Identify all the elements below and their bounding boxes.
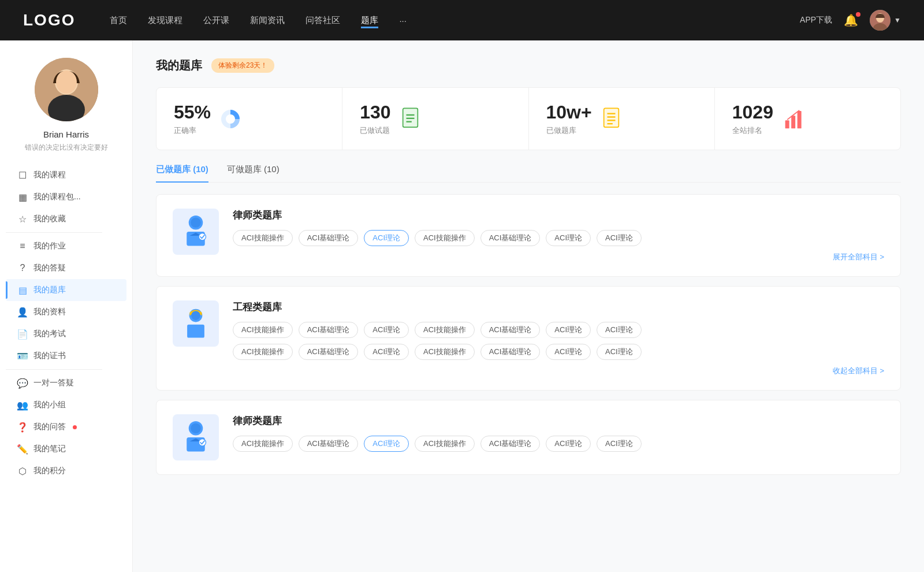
tag-1-2[interactable]: ACI基础理论 [299,230,359,246]
sidebar-item-notes[interactable]: ✏️ 我的笔记 [6,438,126,460]
nav-link-news[interactable]: 新闻资讯 [250,13,285,28]
stats-row: 55% 正确率 130 已做试题 [156,87,901,150]
tag-3-3-highlight[interactable]: ACI理论 [364,436,409,452]
user-name: Brian Harris [43,129,89,139]
notification-dot [856,12,860,17]
tag-1-4[interactable]: ACI技能操作 [415,230,475,246]
nav-link-more[interactable]: ··· [399,13,407,28]
sidebar-item-questions[interactable]: ? 我的答疑 [6,257,126,279]
sidebar-item-my-courses[interactable]: ☐ 我的课程 [6,164,126,186]
tag-2-9[interactable]: ACI基础理论 [299,344,359,360]
user-avatar-btn[interactable]: ▼ [870,10,901,31]
tab-done-banks[interactable]: 已做题库 (10) [156,164,208,182]
stat-value-accuracy: 55% [174,102,211,123]
tags-row-2b: ACI技能操作 ACI基础理论 ACI理论 ACI技能操作 ACI基础理论 AC… [233,344,884,360]
sidebar-item-certificate[interactable]: 🪪 我的证书 [6,345,126,367]
star-icon: ☆ [17,214,28,224]
divider-1 [6,232,102,233]
tag-2-13[interactable]: ACI理论 [546,344,591,360]
tag-2-8[interactable]: ACI技能操作 [233,344,293,360]
nav-logo[interactable]: LOGO [23,11,75,29]
tag-2-5[interactable]: ACI基础理论 [480,322,541,338]
sidebar-item-qbank[interactable]: ▤ 我的题库 [6,279,126,301]
sidebar-item-homework[interactable]: ≡ 我的作业 [6,235,126,257]
tag-2-6[interactable]: ACI理论 [546,322,591,338]
tags-row-2a: ACI技能操作 ACI基础理论 ACI理论 ACI技能操作 ACI基础理论 AC… [233,322,884,338]
tag-3-4[interactable]: ACI技能操作 [415,436,475,452]
tag-3-1[interactable]: ACI技能操作 [233,436,293,452]
doc-icon: ≡ [17,241,28,251]
sidebar-label-qanda: 我的问答 [33,422,66,432]
tags-row-3: ACI技能操作 ACI基础理论 ACI理论 ACI技能操作 ACI基础理论 AC… [233,436,884,452]
file-icon: ☐ [17,170,28,180]
sidebar-item-exams[interactable]: 📄 我的考试 [6,323,126,345]
tag-3-2[interactable]: ACI基础理论 [299,436,359,452]
doc-green-icon [400,107,424,131]
sidebar-label-exams: 我的考试 [33,329,66,339]
tag-2-7[interactable]: ACI理论 [597,322,642,338]
sidebar-item-points[interactable]: ⬡ 我的积分 [6,460,126,482]
app-download-btn[interactable]: APP下载 [800,15,832,25]
tab-todo-banks[interactable]: 可做题库 (10) [227,164,280,182]
tag-1-6[interactable]: ACI理论 [546,230,591,246]
stat-value-rank: 1029 [732,102,773,123]
sidebar-item-groups[interactable]: 👥 我的小组 [6,394,126,416]
chevron-down-icon: ▼ [894,16,901,24]
tag-3-5[interactable]: ACI基础理论 [480,436,541,452]
tag-3-7[interactable]: ACI理论 [597,436,642,452]
user-photo [35,58,98,121]
sidebar-item-favorites[interactable]: ☆ 我的收藏 [6,208,126,230]
sidebar-item-course-package[interactable]: ▦ 我的课程包... [6,186,126,208]
tag-2-3[interactable]: ACI理论 [364,322,409,338]
sidebar-menu: ☐ 我的课程 ▦ 我的课程包... ☆ 我的收藏 ≡ 我的作业 ? 我的答疑 ▤ [0,164,132,482]
tag-2-2[interactable]: ACI基础理论 [299,322,359,338]
tag-3-6[interactable]: ACI理论 [546,436,591,452]
svg-rect-9 [403,108,418,127]
sidebar-label-qbank: 我的题库 [33,285,66,295]
sidebar-label-groups: 我的小组 [33,400,66,410]
page-title: 我的题库 [156,58,202,73]
tag-2-10[interactable]: ACI理论 [364,344,409,360]
collapse-btn-2[interactable]: 收起全部科目 > [233,366,884,376]
question-icon: ? [17,263,28,273]
nav-link-courses[interactable]: 发现课程 [148,13,182,28]
qbank-title-1: 律师类题库 [233,209,884,222]
bar-chart-icon: ▦ [17,192,28,202]
pie-chart-icon [220,109,241,129]
main-content: 我的题库 体验剩余23天！ 55% 正确率 [133,40,924,572]
score-icon: ⬡ [17,466,28,476]
stat-label-done: 已做试题 [360,125,390,136]
stat-text-banks: 10w+ 已做题库 [546,102,592,136]
trial-badge: 体验剩余23天！ [211,58,274,73]
nav-link-qa[interactable]: 问答社区 [305,13,340,28]
qbank-card-engineer: 工程类题库 ACI技能操作 ACI基础理论 ACI理论 ACI技能操作 ACI基… [156,286,901,391]
qbank-card-lawyer-1: 律师类题库 ACI技能操作 ACI基础理论 ACI理论 ACI技能操作 ACI基… [156,194,901,277]
sidebar-item-materials[interactable]: 👤 我的资料 [6,301,126,323]
qbank-content-1: 律师类题库 ACI技能操作 ACI基础理论 ACI理论 ACI技能操作 ACI基… [233,209,884,262]
user-motto: 错误的决定比没有决定要好 [13,143,120,153]
notification-dot-qa [73,425,77,429]
tag-1-7[interactable]: ACI理论 [597,230,642,246]
nav-link-open[interactable]: 公开课 [203,13,229,28]
sidebar-item-1on1[interactable]: 💬 一对一答疑 [6,372,126,394]
nav-links: 首页 发现课程 公开课 新闻资讯 问答社区 题库 ··· [110,13,800,28]
svg-point-8 [226,114,235,124]
tag-2-4[interactable]: ACI技能操作 [415,322,475,338]
nav-link-home[interactable]: 首页 [110,13,127,28]
nav-link-qbank[interactable]: 题库 [361,13,378,28]
tag-2-14[interactable]: ACI理论 [597,344,642,360]
expand-btn-1[interactable]: 展开全部科目 > [233,252,884,262]
stat-text-accuracy: 55% 正确率 [174,102,211,136]
notification-bell[interactable]: 🔔 [844,13,858,27]
tag-2-11[interactable]: ACI技能操作 [415,344,475,360]
tag-1-1[interactable]: ACI技能操作 [233,230,293,246]
tag-1-5[interactable]: ACI基础理论 [480,230,541,246]
tag-2-1[interactable]: ACI技能操作 [233,322,293,338]
stat-text-rank: 1029 全站排名 [732,102,773,136]
qbank-card-inner-2: 工程类题库 ACI技能操作 ACI基础理论 ACI理论 ACI技能操作 ACI基… [173,300,884,376]
tag-2-12[interactable]: ACI基础理论 [480,344,541,360]
sidebar-label-homework: 我的作业 [33,241,66,251]
sidebar-item-qanda[interactable]: ❓ 我的问答 [6,416,126,438]
tag-1-3-highlight[interactable]: ACI理论 [364,230,409,246]
file2-icon: 📄 [17,329,28,339]
